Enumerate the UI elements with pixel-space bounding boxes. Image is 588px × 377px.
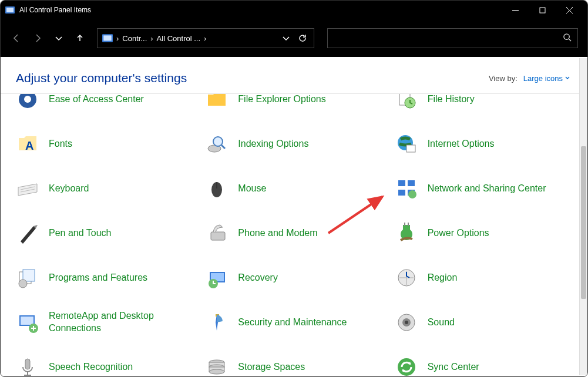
svg-point-11 xyxy=(24,96,31,103)
app-icon xyxy=(5,5,15,15)
item-label: RemoteApp and Desktop Connections xyxy=(49,310,178,335)
control-panel-item[interactable]: Mouse xyxy=(201,173,386,204)
control-panel-item[interactable]: Indexing Options xyxy=(201,128,386,160)
control-panel-item[interactable]: Pen and Touch xyxy=(12,217,197,249)
control-panel-item[interactable]: Keyboard xyxy=(12,173,197,204)
chevron-right-icon[interactable]: › xyxy=(204,34,206,43)
svg-point-8 xyxy=(564,33,569,39)
control-panel-item[interactable]: Internet Options xyxy=(391,128,576,160)
svg-rect-34 xyxy=(23,270,35,281)
storage-icon xyxy=(204,354,230,377)
maximize-button[interactable] xyxy=(529,1,556,19)
remoteapp-icon xyxy=(15,309,41,335)
viewby-dropdown[interactable]: Large icons xyxy=(523,74,570,83)
recent-dropdown-button[interactable] xyxy=(52,32,65,45)
svg-text:A: A xyxy=(25,139,33,152)
keyboard-icon xyxy=(15,176,41,201)
back-button[interactable] xyxy=(10,32,23,45)
fonts-icon: A xyxy=(15,131,41,157)
item-label: Recovery xyxy=(238,272,278,284)
chevron-right-icon[interactable]: › xyxy=(150,34,153,43)
svg-rect-7 xyxy=(103,36,112,41)
page-title: Adjust your computer's settings xyxy=(16,71,489,85)
vertical-scrollbar[interactable] xyxy=(579,58,587,375)
svg-rect-26 xyxy=(408,180,415,186)
control-panel-item[interactable]: AFonts xyxy=(12,128,197,160)
recovery-icon xyxy=(204,265,230,291)
svg-point-16 xyxy=(213,137,223,146)
item-label: Phone and Modem xyxy=(238,227,317,240)
indexing-icon xyxy=(204,131,230,157)
control-panel-item[interactable]: RemoteApp and Desktop Connections xyxy=(12,307,197,338)
viewby-label: View by: xyxy=(489,74,518,83)
breadcrumb-dropdown[interactable] xyxy=(280,32,293,45)
control-panel-item[interactable]: Security and Maintenance xyxy=(201,307,386,338)
minimize-button[interactable] xyxy=(502,1,529,19)
forward-button[interactable] xyxy=(31,32,44,45)
control-panel-item[interactable]: Recovery xyxy=(201,262,386,294)
item-label: Keyboard xyxy=(49,183,89,195)
svg-point-54 xyxy=(209,369,224,374)
pen-icon xyxy=(15,220,41,246)
control-panel-item[interactable]: Power Options xyxy=(391,217,576,249)
refresh-button[interactable] xyxy=(296,32,309,45)
item-label: Sound xyxy=(428,317,455,329)
svg-rect-41 xyxy=(21,317,33,325)
sync-icon xyxy=(394,354,419,377)
control-panel-item[interactable]: Ease of Access Center xyxy=(12,94,197,115)
breadcrumb-item[interactable]: Contr... xyxy=(122,34,147,43)
item-label: Fonts xyxy=(49,138,72,150)
file-history-icon xyxy=(394,94,419,112)
control-panel-item[interactable]: Storage Spaces xyxy=(201,351,386,377)
svg-rect-31 xyxy=(404,223,405,226)
svg-rect-19 xyxy=(406,145,415,152)
svg-rect-3 xyxy=(540,8,545,13)
scrollbar-thumb[interactable] xyxy=(581,146,586,299)
control-panel-item[interactable]: Programs and Features xyxy=(12,262,197,294)
close-button[interactable] xyxy=(556,1,583,19)
item-label: Indexing Options xyxy=(238,138,308,150)
control-panel-item[interactable]: File Explorer Options xyxy=(201,94,386,115)
control-panel-item[interactable]: Region xyxy=(391,262,576,294)
programs-icon xyxy=(15,265,41,291)
svg-rect-47 xyxy=(25,359,30,369)
item-label: Speech Recognition xyxy=(49,361,133,373)
network-icon xyxy=(394,176,419,201)
control-panel-item[interactable]: Phone and Modem xyxy=(201,217,386,249)
item-label: Programs and Features xyxy=(49,272,147,284)
phone-icon xyxy=(204,220,230,246)
svg-rect-1 xyxy=(6,8,14,12)
item-label: Security and Maintenance xyxy=(238,317,347,329)
mouse-icon xyxy=(204,176,230,201)
item-label: Network and Sharing Center xyxy=(428,183,546,195)
up-button[interactable] xyxy=(73,32,86,45)
breadcrumb[interactable]: › Contr... › All Control ... › xyxy=(97,28,314,48)
breadcrumb-item[interactable]: All Control ... xyxy=(157,34,200,43)
control-panel-item[interactable]: File History xyxy=(391,94,576,115)
item-label: Ease of Access Center xyxy=(49,94,144,105)
chevron-right-icon[interactable]: › xyxy=(116,34,119,43)
breadcrumb-icon xyxy=(102,33,113,43)
titlebar: All Control Panel Items xyxy=(1,1,587,19)
svg-rect-27 xyxy=(398,190,405,196)
control-panel-item[interactable]: Sync Center xyxy=(391,351,576,377)
svg-rect-30 xyxy=(211,232,225,240)
control-panel-item[interactable]: Network and Sharing Center xyxy=(391,173,576,204)
search-input[interactable] xyxy=(327,28,578,48)
globe-icon xyxy=(394,131,419,157)
sound-icon xyxy=(394,309,419,335)
ease-access-icon xyxy=(15,94,41,112)
item-label: Pen and Touch xyxy=(49,227,111,240)
item-label: File History xyxy=(428,94,475,105)
power-icon xyxy=(394,220,419,246)
svg-line-17 xyxy=(221,145,225,149)
control-panel-item[interactable]: Speech Recognition xyxy=(12,351,197,377)
navigation-toolbar: › Contr... › All Control ... › xyxy=(1,19,587,57)
content-header: Adjust your computer's settings View by:… xyxy=(1,57,587,94)
item-label: Mouse xyxy=(238,183,266,195)
svg-point-55 xyxy=(398,358,415,376)
control-panel-item[interactable]: Sound xyxy=(391,307,576,338)
item-label: Sync Center xyxy=(428,361,479,373)
item-label: Internet Options xyxy=(428,138,495,150)
region-icon xyxy=(394,265,419,291)
